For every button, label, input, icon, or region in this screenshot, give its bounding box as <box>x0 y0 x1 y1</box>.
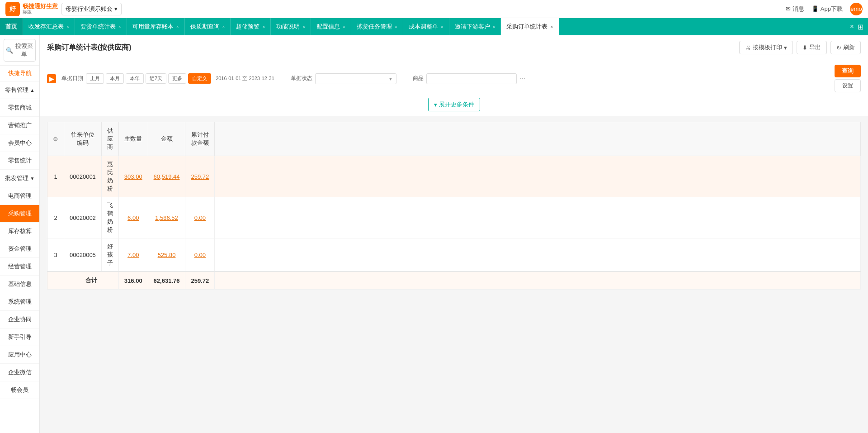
row-code: 00020002 <box>64 197 102 238</box>
row-code: 00020001 <box>64 156 102 197</box>
message-button[interactable]: ✉ 消息 <box>786 5 804 13</box>
sidebar-item-wholesale[interactable]: 批发管理 ▼ <box>0 170 39 187</box>
date-btn-this-year[interactable]: 本年 <box>126 73 144 84</box>
sidebar-item-marketing[interactable]: 营销推广 <box>0 117 39 134</box>
expand-more-button[interactable]: ▾ 展开更多条件 <box>428 98 480 111</box>
close-icon[interactable]: × <box>66 24 69 29</box>
page-header: 采购订单统计表(按供应商) 🖨 按模板打印 ▾ ⬇ 导出 ↻ 刷新 <box>40 35 868 60</box>
close-icon[interactable]: × <box>343 24 345 29</box>
search-icon: 🔍 <box>6 47 13 54</box>
footer-row: 合计 316.00 62,631.76 259.72 <box>47 271 861 290</box>
close-icon[interactable]: × <box>550 24 553 29</box>
row-supplier: 好孩子 <box>101 238 118 272</box>
row-qty[interactable]: 7.00 <box>118 238 148 272</box>
tab-gongneng[interactable]: 功能说明 × <box>271 18 311 35</box>
close-icon[interactable]: × <box>176 24 179 29</box>
phone-icon: 📱 <box>811 5 819 12</box>
tab-peizhi[interactable]: 配置信息 × <box>311 18 351 35</box>
sidebar-item-operations[interactable]: 经营管理 <box>0 258 39 276</box>
query-button[interactable]: 查询 <box>835 65 861 77</box>
row-amount[interactable]: 60,519.44 <box>148 156 185 197</box>
date-btn-last-month[interactable]: 上月 <box>86 73 104 84</box>
tab-jianhuo[interactable]: 拣货任务管理 × <box>351 18 403 35</box>
sidebar-item-retail-mgmt[interactable]: 零售管理 ▲ <box>0 81 39 99</box>
close-icon[interactable]: × <box>262 24 265 29</box>
export-button[interactable]: ⬇ 导出 <box>797 41 827 54</box>
col-qty: 主数量 <box>118 122 148 156</box>
sidebar-item-finance[interactable]: 资金管理 <box>0 240 39 258</box>
tab-keyong[interactable]: 可用量库存账本 × <box>127 18 185 35</box>
quick-nav-button[interactable]: 快捷导航 <box>0 66 39 81</box>
gear-icon[interactable]: ⚙ <box>53 136 58 143</box>
refresh-icon: ↻ <box>836 44 841 51</box>
settings-button[interactable]: 设置 <box>835 79 861 92</box>
close-icon[interactable]: × <box>441 24 443 29</box>
main-layout: 🔍 搜索菜单 快捷导航 零售管理 ▲ 零售商城 营销推广 会员中心 零售统计 批… <box>0 35 868 433</box>
status-select[interactable] <box>315 73 396 84</box>
close-icon[interactable]: × <box>493 24 495 29</box>
row-number: 1 <box>47 156 64 197</box>
print-button[interactable]: 🖨 按模板打印 ▾ <box>739 41 793 54</box>
row-code: 00020005 <box>64 238 102 272</box>
user-menu[interactable]: demo2 <box>850 3 863 15</box>
more-dots-icon[interactable]: ··· <box>519 75 525 83</box>
sidebar-item-retail-stats[interactable]: 零售统计 <box>0 152 39 170</box>
row-amount[interactable]: 525.80 <box>148 238 185 272</box>
search-menu-button[interactable]: 🔍 搜索菜单 <box>4 39 36 62</box>
tab-chaochuo[interactable]: 超储预警 × <box>231 18 271 35</box>
close-icon[interactable]: × <box>302 24 305 29</box>
sidebar-item-retail-mall[interactable]: 零售商城 <box>0 99 39 117</box>
row-paid[interactable]: 0.00 <box>185 238 215 272</box>
close-window-icon[interactable]: × <box>850 23 854 31</box>
date-label: 单据日期 <box>61 75 83 82</box>
chevron-up-icon: ▲ <box>30 88 35 93</box>
date-btn-this-month[interactable]: 本月 <box>106 73 124 84</box>
logo-area: 好 畅捷通好生意 标版 <box>5 2 58 16</box>
date-btn-custom[interactable]: 自定义 <box>188 73 211 84</box>
row-amount[interactable]: 1,586.52 <box>148 197 185 238</box>
tab-yaohuo[interactable]: 要货单统计表 × <box>75 18 127 35</box>
table-header-row: ⚙ 往来单位编码 供应商 主数量 金额 累计付款金额 <box>47 122 861 156</box>
tab-home[interactable]: 首页 <box>0 18 23 35</box>
tab-yaoqing[interactable]: 邀请下游客户 × <box>449 18 501 35</box>
sidebar-item-system[interactable]: 系统管理 <box>0 293 39 311</box>
tab-chengben[interactable]: 成本调整单 × <box>403 18 449 35</box>
tab-shofazun[interactable]: 收发存汇总表 × <box>23 18 75 35</box>
row-qty[interactable]: 6.00 <box>118 197 148 238</box>
close-icon[interactable]: × <box>118 24 121 29</box>
row-qty[interactable]: 303.00 <box>118 156 148 197</box>
row-paid[interactable]: 259.72 <box>185 156 215 197</box>
tab-baozhi[interactable]: 保质期查询 × <box>185 18 231 35</box>
table-footer: 合计 316.00 62,631.76 259.72 <box>47 271 861 290</box>
sidebar-item-purchase[interactable]: 采购管理 <box>0 205 39 223</box>
table-area: ⚙ 往来单位编码 供应商 主数量 金额 累计付款金额 1 00020001 <box>40 116 868 433</box>
workspace-selector[interactable]: 母婴行业演示账套 ▾ <box>61 3 122 15</box>
table-body: 1 00020001 惠氏奶粉 303.00 60,519.44 259.72 … <box>47 156 861 272</box>
sidebar-item-inventory[interactable]: 库存核算 <box>0 223 39 240</box>
row-empty <box>215 197 861 238</box>
maximize-icon[interactable]: ⊞ <box>858 23 863 31</box>
nav-tab-actions: × ⊞ <box>845 23 868 31</box>
row-paid[interactable]: 0.00 <box>185 197 215 238</box>
filter-expand-toggle[interactable]: ▶ <box>47 74 56 83</box>
nav-tabs: 首页 收发存汇总表 × 要货单统计表 × 可用量库存账本 × 保质期查询 × 超… <box>0 18 868 35</box>
sidebar-item-basic-info[interactable]: 基础信息 <box>0 276 39 293</box>
sidebar-item-app-center[interactable]: 应用中心 <box>0 346 39 364</box>
close-icon[interactable]: × <box>222 24 225 29</box>
sidebar-item-newbie[interactable]: 新手引导 <box>0 328 39 346</box>
sidebar-item-wechat[interactable]: 企业微信 <box>0 364 39 381</box>
sidebar-item-ecommerce[interactable]: 电商管理 <box>0 187 39 205</box>
chevron-down-icon: ▾ <box>784 44 787 51</box>
refresh-button[interactable]: ↻ 刷新 <box>830 41 861 54</box>
goods-input[interactable] <box>426 73 517 84</box>
filter-action-buttons: 查询 设置 <box>835 65 861 92</box>
date-btn-more[interactable]: 更多 <box>168 73 186 84</box>
export-icon: ⬇ <box>802 44 807 51</box>
sidebar-item-enterprise[interactable]: 企业协同 <box>0 311 39 328</box>
tab-caigou-active[interactable]: 采购订单统计表 × <box>501 18 559 35</box>
app-download-button[interactable]: 📱 App下载 <box>811 5 843 13</box>
close-icon[interactable]: × <box>395 24 397 29</box>
date-btn-7days[interactable]: 近7天 <box>146 73 166 84</box>
sidebar-item-member2[interactable]: 畅会员 <box>0 381 39 399</box>
sidebar-item-member[interactable]: 会员中心 <box>0 134 39 152</box>
